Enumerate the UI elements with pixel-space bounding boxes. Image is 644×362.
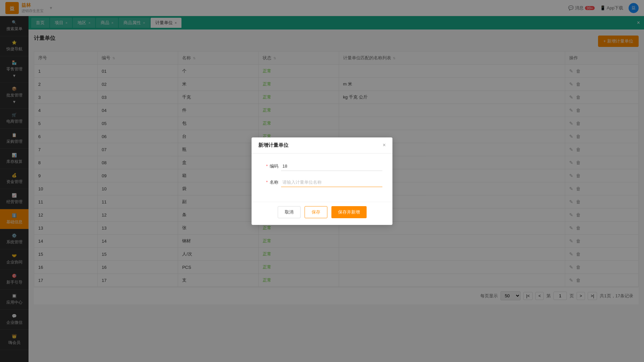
name-input[interactable] [281,178,382,187]
save-button[interactable]: 保存 [305,206,327,218]
modal-header: 新增计量单位 × [252,137,392,154]
form-label-name: * 名称 [262,179,278,185]
form-label-code: * 编码 [262,163,278,169]
modal-footer: 取消 保存 保存并新增 [252,202,392,225]
cancel-button[interactable]: 取消 [278,206,301,218]
modal-close-btn[interactable]: × [383,142,386,148]
modal-title: 新增计量单位 [258,142,288,148]
form-row-name: * 名称 [262,178,382,187]
form-row-code: * 编码 [262,162,382,171]
modal-overlay: 新增计量单位 × * 编码 * 名称 取消 保存 保存并新增 [0,0,644,362]
code-input[interactable] [281,162,382,171]
modal-dialog: 新增计量单位 × * 编码 * 名称 取消 保存 保存并新增 [252,137,392,225]
modal-body: * 编码 * 名称 [252,154,392,202]
save-and-new-button[interactable]: 保存并新增 [331,206,367,218]
